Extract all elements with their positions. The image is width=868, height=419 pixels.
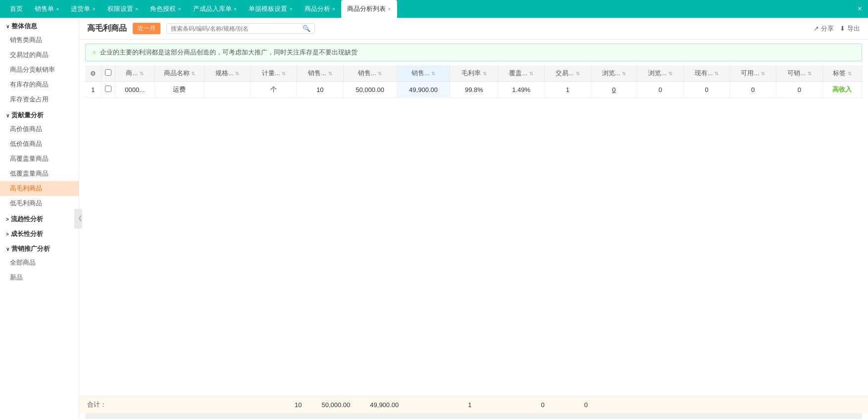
nav-close-inbound[interactable]: ×	[234, 6, 237, 12]
nav-close-role[interactable]: ×	[178, 6, 181, 12]
cell-transaction: 1	[544, 82, 591, 98]
sort-icon-sellable: ⇅	[808, 71, 812, 76]
nav-close-analysis[interactable]: ×	[332, 6, 335, 12]
col-coverage[interactable]: 覆盖... ⇅	[498, 65, 545, 82]
col-unit[interactable]: 计量... ⇅	[251, 65, 297, 82]
top-nav: 首页 销售单 × 进货单 × 权限设置 × 角色授权 × 产成品入库单 × 单据…	[0, 0, 868, 18]
share-button[interactable]: ↗ 分享	[814, 24, 834, 33]
sidebar-item-traded-goods[interactable]: 交易过的商品	[0, 47, 79, 62]
sidebar: ∨ 整体信息 销售类商品 交易过的商品 商品分贡献销率 有库存的商品 库存资金占…	[0, 18, 79, 419]
table-container[interactable]: ⚙ 商... ⇅ 商品名称 ⇅	[85, 65, 862, 396]
col-available[interactable]: 可用... ⇅	[730, 65, 776, 82]
sidebar-item-low-value[interactable]: 低价值商品	[0, 137, 79, 151]
nav-template-settings[interactable]: 单据模板设置 ×	[243, 0, 298, 18]
nav-role-auth[interactable]: 角色授权 ×	[144, 0, 187, 18]
nav-permission-settings[interactable]: 权限设置 ×	[102, 0, 144, 18]
info-icon: ✧	[92, 49, 97, 56]
cell-tag: 高收入	[822, 82, 862, 98]
info-bar: ✧ 企业的主要的利润都是这部分商品创造的，可考虑加大推广，同时关注库存是不要出现…	[85, 44, 862, 61]
sidebar-item-all-goods[interactable]: 全部商品	[0, 255, 79, 270]
col-views2[interactable]: 浏览... ⇅	[637, 65, 684, 82]
nav-home[interactable]: 首页	[4, 0, 29, 18]
sidebar-item-low-coverage[interactable]: 低覆盖量商品	[0, 166, 79, 181]
content-header: 高毛利商品 近一月 🔍 ↗ 分享 ⬇ 导出	[79, 18, 868, 40]
sort-icon-sales-qty: ⇅	[328, 71, 332, 76]
col-gross-margin[interactable]: 毛利率 ⇅	[450, 65, 498, 82]
sort-icon-sales-amount: ⇅	[378, 71, 382, 76]
col-sales-qty[interactable]: 销售... ⇅	[297, 65, 344, 82]
horizontal-scrollbar[interactable]	[85, 413, 862, 419]
table-header-row: ⚙ 商... ⇅ 商品名称 ⇅	[85, 65, 862, 82]
col-spec[interactable]: 规格... ⇅	[204, 65, 251, 82]
nav-close-permission[interactable]: ×	[135, 6, 138, 12]
col-transaction[interactable]: 交易... ⇅	[544, 65, 591, 82]
sidebar-section-marketing-items: 全部商品 新品	[0, 255, 79, 285]
sidebar-section-growth[interactable]: > 成长性分析	[0, 226, 79, 240]
search-input[interactable]	[171, 25, 303, 32]
nav-close-template[interactable]: ×	[289, 6, 292, 12]
col-index: ⚙	[85, 65, 101, 82]
sidebar-section-marketing[interactable]: ∨ 营销推广分析	[0, 240, 79, 255]
nav-product-analysis[interactable]: 商品分析 ×	[299, 0, 341, 18]
sidebar-section-overall[interactable]: ∨ 整体信息	[0, 18, 79, 33]
nav-close-all[interactable]: ×	[858, 4, 862, 13]
cell-sales-amount: 50,000.00	[343, 82, 397, 98]
col-tag[interactable]: 标签 ⇅	[822, 65, 862, 82]
search-box: 🔍	[166, 23, 315, 34]
nav-close-sales[interactable]: ×	[56, 6, 59, 12]
settings-icon[interactable]: ⚙	[90, 70, 96, 77]
nav-purchase-order[interactable]: 进货单 ×	[65, 0, 101, 18]
sidebar-item-contribution-rate[interactable]: 商品分贡献销率	[0, 62, 79, 77]
cell-sales-qty: 10	[297, 82, 344, 98]
sidebar-item-new-goods[interactable]: 新品	[0, 270, 79, 285]
cell-views2: 0	[637, 82, 684, 98]
sidebar-section-contribution[interactable]: ∨ 贡献量分析	[0, 107, 79, 122]
sidebar-section-contribution-items: 高价值商品 低价值商品 高覆盖量商品 低覆盖量商品 高毛利商品 低毛利商品	[0, 122, 79, 211]
arrow-growth: >	[6, 232, 9, 237]
cell-views1[interactable]: 0	[591, 82, 637, 98]
table-row[interactable]: 1 0000... 运费 个 10 50,000.00 49,900.00 99…	[85, 82, 862, 98]
col-checkbox	[101, 65, 115, 82]
header-right: ↗ 分享 ⬇ 导出	[814, 24, 860, 33]
col-views1[interactable]: 浏览... ⇅	[591, 65, 637, 82]
col-code[interactable]: 商... ⇅	[115, 65, 154, 82]
arrow-trend: >	[6, 217, 9, 222]
search-icon[interactable]: 🔍	[303, 25, 310, 32]
sort-icon-views2: ⇅	[668, 71, 672, 76]
sidebar-item-high-value[interactable]: 高价值商品	[0, 122, 79, 137]
cell-available: 0	[730, 82, 776, 98]
cell-gross-margin: 99.8%	[450, 82, 498, 98]
col-sales-amount[interactable]: 销售... ⇅	[343, 65, 397, 82]
sidebar-item-high-coverage[interactable]: 高覆盖量商品	[0, 151, 79, 166]
nav-product-analysis-list[interactable]: 商品分析列表 ×	[341, 0, 397, 18]
export-button[interactable]: ⬇ 导出	[840, 24, 860, 33]
sort-icon-current-stock: ⇅	[715, 71, 718, 76]
nav-close-purchase[interactable]: ×	[92, 6, 95, 12]
col-current-stock[interactable]: 现有... ⇅	[683, 65, 730, 82]
cell-checkbox[interactable]	[101, 82, 115, 98]
cell-name: 运费	[154, 82, 204, 98]
cell-sellable: 0	[776, 82, 823, 98]
sort-icon-unit: ⇅	[282, 71, 286, 76]
sidebar-item-low-margin[interactable]: 低毛利商品	[0, 196, 79, 211]
nav-sales-order[interactable]: 销售单 ×	[29, 0, 65, 18]
col-sellable[interactable]: 可销... ⇅	[776, 65, 823, 82]
sort-icon-available: ⇅	[761, 71, 765, 76]
sidebar-collapse-button[interactable]: 《	[74, 209, 82, 229]
share-icon: ↗	[814, 25, 819, 32]
nav-product-inbound[interactable]: 产成品入库单 ×	[187, 0, 243, 18]
footer-current-stock: 0	[541, 401, 544, 409]
cell-coverage: 1.49%	[498, 82, 545, 98]
sidebar-section-trend[interactable]: > 流趋性分析	[0, 211, 79, 226]
data-table: ⚙ 商... ⇅ 商品名称 ⇅	[85, 65, 862, 98]
nav-close-analysis-list[interactable]: ×	[388, 6, 391, 12]
col-sales-cost[interactable]: 销售... ⇅	[397, 65, 450, 82]
sidebar-item-in-stock[interactable]: 有库存的商品	[0, 77, 79, 92]
sidebar-item-high-margin[interactable]: 高毛利商品	[0, 181, 79, 196]
col-name[interactable]: 商品名称 ⇅	[154, 65, 204, 82]
sidebar-item-inventory-capital[interactable]: 库存资金占用	[0, 92, 79, 107]
filter-recent-month-button[interactable]: 近一月	[133, 23, 160, 34]
cell-current-stock: 0	[683, 82, 730, 98]
select-all-checkbox[interactable]	[105, 69, 111, 76]
sidebar-item-sales-goods[interactable]: 销售类商品	[0, 33, 79, 47]
